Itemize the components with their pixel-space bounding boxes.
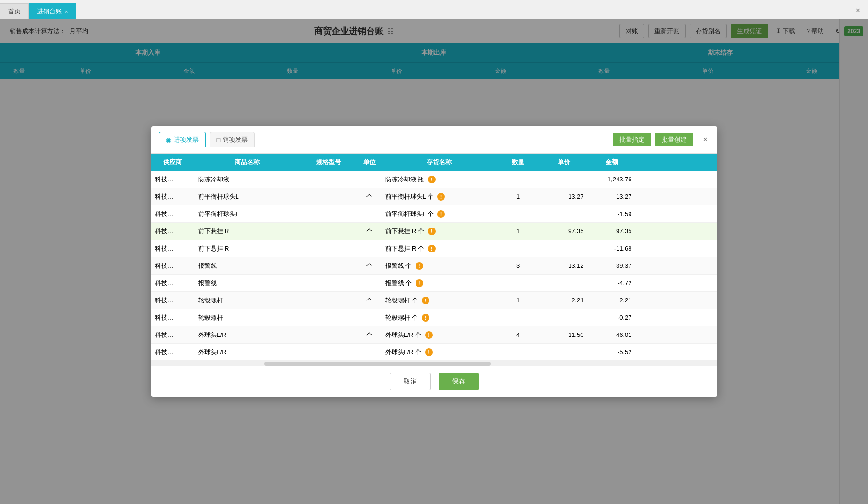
tab-purchase-label: 进项发票 bbox=[174, 135, 199, 144]
cell-price: 2.21 bbox=[540, 297, 588, 304]
cell-price: 11.50 bbox=[540, 331, 588, 338]
tab-home[interactable]: 首页 bbox=[0, 3, 29, 19]
main-content: 销售成本计算方法： 月平均 商贸企业进销台账 ☷ 对账 重新开账 存货别名 生成… bbox=[0, 19, 868, 504]
cell-unit: 个 bbox=[357, 227, 381, 236]
modal-overlay: ◉ 进项发票 □ 销项发票 批量指定 批量创建 × 供应商 商品名称 bbox=[0, 19, 868, 504]
modal-scrollbar-thumb[interactable] bbox=[264, 362, 491, 366]
cell-stock: 防冻冷却液 瓶 ! bbox=[381, 175, 497, 184]
sales-icon: □ bbox=[217, 136, 221, 144]
cell-qty: 1 bbox=[497, 193, 540, 200]
modal-table: 供应商 商品名称 规格型号 单位 存货名称 数量 单价 金额 科技… 防冻冷却液 bbox=[151, 154, 717, 361]
cell-stock: 前下悬挂 R 个 ! bbox=[381, 244, 497, 253]
window-close-button[interactable]: × bbox=[848, 2, 868, 19]
cell-qty: 4 bbox=[497, 331, 540, 338]
cell-product: 防冻冷却液 bbox=[194, 175, 300, 184]
modal-scrollbar[interactable] bbox=[151, 361, 717, 366]
cell-amount: 97.35 bbox=[588, 228, 636, 235]
warning-icon: ! bbox=[416, 279, 423, 287]
warning-icon: ! bbox=[428, 228, 436, 235]
cell-stock: 外球头L/R 个 ! bbox=[381, 348, 497, 357]
cell-product: 前平衡杆球头L bbox=[194, 210, 300, 218]
cell-stock: 前平衡杆球头L 个 ! bbox=[381, 192, 497, 201]
tab-ledger[interactable]: 进销台账 × bbox=[29, 3, 76, 19]
warning-icon: ! bbox=[437, 210, 445, 218]
cell-unit: 个 bbox=[357, 262, 381, 270]
col-header-spec: 规格型号 bbox=[300, 158, 357, 167]
tab-close-icon[interactable]: × bbox=[65, 9, 68, 14]
table-row[interactable]: 科技… 轮毂螺杆 个 轮毂螺杆 个 ! 1 2.21 2.21 bbox=[151, 292, 717, 309]
cell-unit: 个 bbox=[357, 296, 381, 305]
cell-product: 前下悬挂 R bbox=[194, 244, 300, 253]
cell-amount: -1.59 bbox=[588, 210, 636, 217]
table-row[interactable]: 科技… 报警线 个 报警线 个 ! 3 13.12 39.37 bbox=[151, 257, 717, 275]
cell-vendor: 科技… bbox=[151, 279, 194, 288]
table-row[interactable]: 科技… 外球头L/R 外球头L/R 个 ! -5.52 bbox=[151, 344, 717, 361]
cell-vendor: 科技… bbox=[151, 296, 194, 305]
cell-qty: 1 bbox=[497, 228, 540, 235]
cell-product: 前平衡杆球头L bbox=[194, 192, 300, 201]
col-header-qty: 数量 bbox=[497, 158, 540, 167]
cell-amount: 46.01 bbox=[588, 331, 636, 338]
modal-footer: 取消 保存 bbox=[151, 366, 717, 397]
table-row[interactable]: 科技… 防冻冷却液 防冻冷却液 瓶 ! -1,243.76 bbox=[151, 171, 717, 188]
col-header-vendor: 供应商 bbox=[151, 158, 194, 167]
col-header-amount: 金额 bbox=[588, 158, 636, 167]
warning-icon: ! bbox=[425, 331, 433, 339]
cell-amount: -5.52 bbox=[588, 348, 636, 356]
table-row[interactable]: 科技… 外球头L/R 个 外球头L/R 个 ! 4 11.50 46.01 bbox=[151, 326, 717, 344]
modal-table-body: 科技… 防冻冷却液 防冻冷却液 瓶 ! -1,243.76 科技… 前平衡杆球头… bbox=[151, 171, 717, 361]
cell-vendor: 科技… bbox=[151, 192, 194, 201]
cell-amount: 13.27 bbox=[588, 193, 636, 200]
cell-vendor: 科技… bbox=[151, 175, 194, 184]
tab-ledger-label: 进销台账 bbox=[37, 7, 62, 16]
modal-dialog: ◉ 进项发票 □ 销项发票 批量指定 批量创建 × 供应商 商品名称 bbox=[151, 126, 717, 397]
modal-close-button[interactable]: × bbox=[701, 133, 709, 146]
cell-vendor: 科技… bbox=[151, 244, 194, 253]
warning-icon: ! bbox=[422, 314, 429, 322]
warning-icon: ! bbox=[428, 176, 436, 183]
table-row[interactable]: 科技… 前平衡杆球头L 前平衡杆球头L 个 ! -1.59 bbox=[151, 205, 717, 223]
cell-qty: 1 bbox=[497, 297, 540, 304]
cell-amount: -0.27 bbox=[588, 314, 636, 321]
cell-product: 外球头L/R bbox=[194, 348, 300, 357]
cell-unit: 个 bbox=[357, 192, 381, 201]
warning-icon: ! bbox=[428, 245, 436, 252]
table-row[interactable]: 科技… 前下悬挂 R 前下悬挂 R 个 ! -11.68 bbox=[151, 240, 717, 257]
cancel-button[interactable]: 取消 bbox=[390, 373, 431, 390]
cell-amount: -1,243.76 bbox=[588, 176, 636, 183]
table-row[interactable]: 科技… 轮毂螺杆 轮毂螺杆 个 ! -0.27 bbox=[151, 309, 717, 326]
cell-product: 轮毂螺杆 bbox=[194, 313, 300, 322]
cell-price: 13.12 bbox=[540, 262, 588, 269]
modal-table-header: 供应商 商品名称 规格型号 单位 存货名称 数量 单价 金额 bbox=[151, 154, 717, 171]
cell-amount: -4.72 bbox=[588, 279, 636, 287]
warning-icon: ! bbox=[422, 297, 429, 304]
tab-sales-invoice[interactable]: □ 销项发票 bbox=[210, 132, 255, 147]
cell-stock: 轮毂螺杆 个 ! bbox=[381, 296, 497, 305]
warning-icon: ! bbox=[416, 262, 423, 270]
cell-vendor: 科技… bbox=[151, 331, 194, 339]
cell-vendor: 科技… bbox=[151, 348, 194, 357]
tab-purchase-invoice[interactable]: ◉ 进项发票 bbox=[159, 132, 206, 147]
cell-stock: 报警线 个 ! bbox=[381, 262, 497, 270]
col-header-stock: 存货名称 bbox=[381, 158, 497, 167]
save-button[interactable]: 保存 bbox=[439, 373, 479, 390]
cell-unit: 个 bbox=[357, 331, 381, 339]
cell-product: 轮毂螺杆 bbox=[194, 296, 300, 305]
cell-vendor: 科技… bbox=[151, 210, 194, 218]
table-row[interactable]: 科技… 报警线 报警线 个 ! -4.72 bbox=[151, 275, 717, 292]
tab-sales-label: 销项发票 bbox=[223, 135, 248, 144]
table-row[interactable]: 科技… 前平衡杆球头L 个 前平衡杆球头L 个 ! 1 13.27 13.27 bbox=[151, 188, 717, 205]
cell-stock: 外球头L/R 个 ! bbox=[381, 331, 497, 339]
batch-assign-button[interactable]: 批量指定 bbox=[613, 133, 651, 146]
tab-bar: 首页 进销台账 × × bbox=[0, 0, 868, 19]
cell-product: 报警线 bbox=[194, 279, 300, 288]
cell-stock: 前下悬挂 R 个 ! bbox=[381, 227, 497, 236]
tab-home-label: 首页 bbox=[8, 7, 21, 16]
table-row[interactable]: 科技… 前下悬挂 R 个 前下悬挂 R 个 ! 1 97.35 97.35 bbox=[151, 223, 717, 240]
col-header-product: 商品名称 bbox=[194, 158, 300, 167]
batch-create-button[interactable]: 批量创建 bbox=[655, 133, 693, 146]
col-header-price: 单价 bbox=[540, 158, 588, 167]
cell-amount: 2.21 bbox=[588, 297, 636, 304]
modal-header-actions: 批量指定 批量创建 bbox=[613, 133, 693, 146]
cell-vendor: 科技… bbox=[151, 262, 194, 270]
